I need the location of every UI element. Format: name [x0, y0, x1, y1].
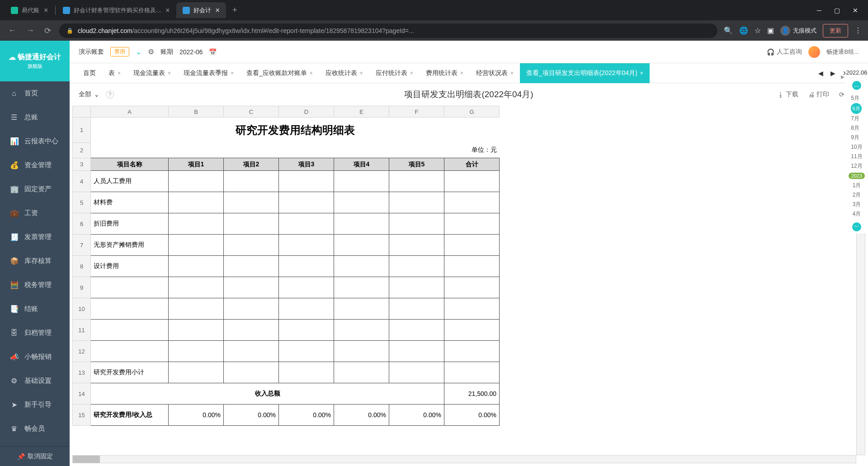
calendar-icon[interactable]: 📅	[209, 48, 217, 56]
print-button[interactable]: 🖨打印	[808, 90, 829, 99]
data-cell[interactable]	[279, 341, 334, 362]
data-cell[interactable]	[389, 362, 444, 383]
row-name-cell[interactable]	[91, 341, 169, 362]
data-cell[interactable]	[224, 320, 279, 341]
ratio-cell[interactable]: 0.00%	[334, 405, 389, 426]
sidebar-item[interactable]: 💼工资	[0, 201, 70, 225]
row-name-cell[interactable]	[91, 298, 169, 320]
page-tab[interactable]: 现金流量表季报×	[177, 63, 240, 83]
col-header[interactable]: G	[444, 106, 500, 118]
data-cell[interactable]	[334, 362, 389, 383]
close-icon[interactable]: ×	[310, 70, 313, 76]
data-cell[interactable]	[224, 235, 279, 256]
col-header[interactable]: B	[169, 106, 224, 118]
data-cell[interactable]	[389, 298, 444, 320]
sidebar-item[interactable]: 💰资金管理	[0, 153, 70, 177]
month-up-icon[interactable]: ︿	[852, 81, 861, 90]
column-header-cell[interactable]: 合计	[444, 158, 500, 171]
row-name-cell[interactable]: 材料费	[91, 192, 169, 213]
close-window-icon[interactable]: ✕	[853, 7, 858, 14]
page-tab[interactable]: 首页	[77, 63, 102, 83]
sidebar-item[interactable]: 🗄归档管理	[0, 321, 70, 345]
row-name-cell[interactable]: 设计费用	[91, 256, 169, 277]
col-header[interactable]: A	[91, 106, 169, 118]
page-tab[interactable]: 查看_项目研发支出明细表(2022年04月)×	[520, 63, 650, 83]
reload-button[interactable]: ⟳	[42, 24, 53, 38]
data-cell[interactable]	[279, 171, 334, 192]
data-cell[interactable]	[334, 213, 389, 235]
sidebar-item[interactable]: ➤新手引导	[0, 393, 70, 417]
data-cell[interactable]	[279, 320, 334, 341]
close-icon[interactable]: ×	[640, 70, 643, 76]
data-cell[interactable]	[444, 362, 500, 383]
data-cell[interactable]	[224, 171, 279, 192]
star-icon[interactable]: ☆	[755, 26, 761, 35]
close-icon[interactable]: ×	[410, 70, 413, 76]
month-item[interactable]: 8月	[851, 123, 862, 133]
data-cell[interactable]	[169, 362, 224, 383]
close-icon[interactable]: ×	[460, 70, 463, 76]
page-tab[interactable]: 现金流量表×	[127, 63, 177, 83]
month-item[interactable]: 11月	[851, 152, 862, 161]
col-header[interactable]: D	[279, 106, 334, 118]
sidebar-item[interactable]: ☰总账	[0, 105, 70, 129]
data-cell[interactable]	[444, 256, 500, 277]
data-cell[interactable]	[224, 341, 279, 362]
ratio-cell[interactable]: 0.00%	[389, 405, 444, 426]
data-cell[interactable]	[279, 235, 334, 256]
row-header[interactable]: 2	[73, 143, 91, 158]
data-cell[interactable]	[444, 192, 500, 213]
ratio-cell[interactable]: 0.00%	[224, 405, 279, 426]
ratio-label[interactable]: 研究开发费用/收入总	[91, 405, 169, 426]
support-link[interactable]: 🎧 人工咨询	[767, 48, 802, 56]
data-cell[interactable]	[224, 213, 279, 235]
row-header[interactable]: 1	[73, 118, 91, 143]
data-cell[interactable]	[279, 362, 334, 383]
sidebar-item[interactable]: ⚙基础设置	[0, 369, 70, 393]
col-header[interactable]: E	[334, 106, 389, 118]
avatar[interactable]	[808, 46, 820, 58]
minimize-icon[interactable]: ─	[817, 7, 821, 14]
row-name-cell[interactable]: 折旧费用	[91, 213, 169, 235]
page-tab[interactable]: 查看_应收账款对账单×	[240, 63, 319, 83]
data-cell[interactable]	[334, 320, 389, 341]
row-name-cell[interactable]	[91, 277, 169, 298]
row-header[interactable]: 8	[73, 256, 91, 277]
data-cell[interactable]	[279, 298, 334, 320]
data-cell[interactable]	[389, 341, 444, 362]
subtotal-label[interactable]: 研究开发费用小计	[91, 362, 169, 383]
close-icon[interactable]: ×	[44, 6, 48, 14]
row-name-cell[interactable]: 人员人工费用	[91, 171, 169, 192]
data-cell[interactable]	[389, 235, 444, 256]
data-cell[interactable]	[169, 171, 224, 192]
month-item[interactable]: 3月	[853, 200, 861, 209]
forward-button[interactable]: →	[24, 24, 36, 37]
data-cell[interactable]	[389, 213, 444, 235]
sidebar-item[interactable]: 📊云报表中心	[0, 129, 70, 153]
income-total[interactable]: 21,500.00	[444, 383, 500, 405]
data-cell[interactable]	[444, 235, 500, 256]
browser-tab[interactable]: 易代账 ×	[5, 2, 54, 18]
month-item[interactable]: 1月	[853, 181, 861, 190]
data-cell[interactable]	[389, 192, 444, 213]
data-cell[interactable]	[444, 277, 500, 298]
data-cell[interactable]	[169, 235, 224, 256]
horizontal-scrollbar[interactable]	[72, 455, 856, 463]
translate-icon[interactable]: 🌐	[739, 26, 748, 35]
data-cell[interactable]	[389, 277, 444, 298]
new-tab-button[interactable]: +	[226, 5, 244, 15]
menu-icon[interactable]: ⋮	[854, 26, 862, 35]
ratio-cell[interactable]: 0.00%	[444, 405, 500, 426]
sidebar-item[interactable]: ♛畅会员	[0, 417, 70, 441]
browser-tab[interactable]: 好会计财务管理软件购买价格及... ×	[57, 2, 176, 18]
month-item[interactable]: 10月	[851, 142, 862, 152]
row-header[interactable]: 7	[73, 235, 91, 256]
data-cell[interactable]	[224, 298, 279, 320]
month-item[interactable]: 9月	[851, 133, 862, 142]
column-header-cell[interactable]: 项目4	[334, 158, 389, 171]
column-header-cell[interactable]: 项目3	[279, 158, 334, 171]
page-tab[interactable]: 经营状况表×	[470, 63, 520, 83]
col-header[interactable]: C	[224, 106, 279, 118]
column-header-cell[interactable]: 项目1	[169, 158, 224, 171]
chevron-down-icon[interactable]: ⌄	[136, 47, 142, 56]
